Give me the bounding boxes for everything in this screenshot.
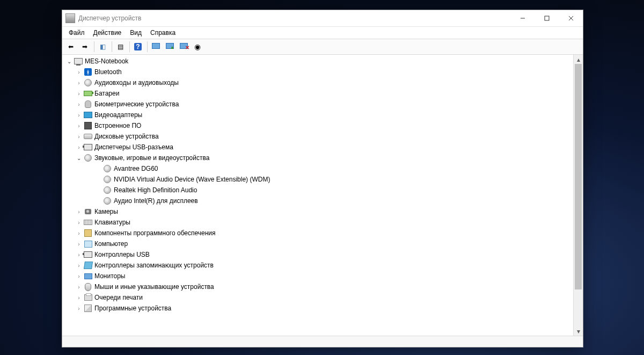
tree-expander[interactable]: › [75,251,83,258]
tree-node-cat-7[interactable]: ›Диспетчеры USB-разъема [65,142,573,153]
scroll-thumb[interactable] [575,64,582,289]
titlebar[interactable]: Диспетчер устройств [62,10,583,27]
tree-expander[interactable]: › [75,111,83,119]
menu-view[interactable]: Вид [126,28,146,38]
tree-node-cat-8-child-0[interactable]: Avantree DG60 [65,163,573,174]
menubar: Файл Действие Вид Справка [62,27,583,39]
tree-node-cat-13[interactable]: ›Контроллеры USB [65,249,573,260]
tree-no-expander [94,197,102,205]
speaker-icon [103,186,112,194]
menu-file[interactable]: Файл [64,28,89,38]
tree-expander[interactable]: › [75,79,83,86]
chevron-right-icon: › [78,112,79,118]
chevron-right-icon: › [78,263,79,269]
tree-node-label: Дисковые устройства [94,133,159,140]
tree-expander[interactable]: ⌄ [65,57,73,65]
tree-expander[interactable]: › [75,133,83,140]
toolbar-update-driver-button[interactable]: ▲ [163,40,176,53]
tree-expander[interactable]: › [75,219,83,226]
tree-node-cat-14[interactable]: ›Контроллеры запоминающих устройств [65,260,573,271]
tree-node-cat-8-child-2[interactable]: Realtek High Definition Audio [65,185,573,195]
tree-expander[interactable]: › [75,100,83,108]
chevron-right-icon: › [78,123,79,129]
tree-node-label: Клавиатуры [94,219,130,226]
scroll-down-button[interactable]: ▾ [574,327,583,336]
tree-node-cat-8-child-3[interactable]: Аудио Intel(R) для дисплеев [65,195,573,206]
tree-expander[interactable]: › [75,229,83,237]
chevron-right-icon: › [78,230,79,236]
usb-icon [84,143,92,151]
tree-expander[interactable]: › [75,90,83,97]
tree-node-label: Батареи [94,90,119,97]
tree-node-cat-1[interactable]: ›Аудиовходы и аудиовыходы [65,77,573,88]
chevron-right-icon: › [78,306,79,311]
tree-node-cat-4[interactable]: ›Видеоадаптеры [65,110,573,120]
chevron-right-icon: › [78,102,79,107]
tree-expander[interactable]: › [75,122,83,129]
maximize-button[interactable] [535,10,559,26]
svg-rect-1 [545,16,549,20]
tree-node-cat-0[interactable]: ›ᚼBluetooth [65,67,573,77]
toolbar-disable-button[interactable]: ◉ [191,40,204,53]
menu-help[interactable]: Справка [146,28,180,38]
tree-node-cat-15[interactable]: ›Мониторы [65,271,573,281]
tree-node-cat-2[interactable]: ›Батареи [65,88,573,99]
toolbar-uninstall-button[interactable]: ✕ [177,40,190,53]
tree-expander[interactable]: › [75,283,83,291]
content-area: ⌄MES-Notebook›ᚼBluetooth›Аудиовходы и ау… [62,55,583,336]
toolbar-help-button[interactable]: ? [131,40,144,53]
chevron-right-icon: › [78,252,79,258]
window-title: Диспетчер устройств [78,15,141,22]
minimize-button[interactable] [510,10,535,26]
tree-expander[interactable]: › [75,262,83,269]
tree-node-label: Аудио Intel(R) для дисплеев [114,197,198,205]
tree-expander[interactable]: › [75,272,83,280]
tree-node-label: Контроллеры запоминающих устройств [94,262,214,269]
tree-node-cat-10[interactable]: ›Клавиатуры [65,217,573,228]
tree-expander[interactable]: › [75,68,83,76]
tree-expander[interactable]: › [75,305,83,312]
tree-node-root[interactable]: ⌄MES-Notebook [65,56,573,67]
tree-expander[interactable]: › [75,240,83,248]
swdev-icon [84,304,92,313]
minimize-icon [520,16,525,21]
tree-node-label: Компьютер [94,240,128,248]
tree-node-cat-5[interactable]: ›Встроенное ПО [65,120,573,131]
tree-expander[interactable]: › [75,143,83,151]
tree-node-cat-17[interactable]: ›Очереди печати [65,292,573,303]
tree-node-cat-18[interactable]: ›Программные устройства [65,303,573,314]
tree-expander[interactable]: › [75,208,83,215]
toolbar-properties-button[interactable]: ▤ [114,40,127,53]
forward-arrow-icon: ➡ [82,44,87,50]
scroll-up-button[interactable]: ▴ [574,55,583,64]
chevron-down-icon: ⌄ [77,155,81,161]
tree-expander[interactable]: ⌄ [75,154,83,162]
tree-expander[interactable]: › [75,294,83,301]
toolbar-show-hide-tree-button[interactable]: ◧ [96,40,109,53]
kbd-icon [84,218,92,227]
toolbar-back-button[interactable]: ⬅ [64,40,77,53]
help-icon: ? [134,43,142,50]
tree-node-label: Программные устройства [94,305,171,312]
tree-node-cat-8[interactable]: ⌄Звуковые, игровые и видеоустройства [65,153,573,163]
tree-node-cat-12[interactable]: ›Компьютер [65,238,573,249]
toolbar-forward-button[interactable]: ➡ [78,40,91,53]
speaker-icon [103,164,112,173]
tree-node-label: Bluetooth [94,68,122,76]
tree-node-cat-6[interactable]: ›Дисковые устройства [65,131,573,142]
tree-node-cat-11[interactable]: ›Компоненты программного обеспечения [65,228,573,238]
menu-action[interactable]: Действие [89,28,126,38]
tree-node-cat-8-child-1[interactable]: NVIDIA Virtual Audio Device (Wave Extens… [65,174,573,185]
tree-node-cat-16[interactable]: ›Мыши и иные указывающие устройства [65,281,573,292]
close-button[interactable] [559,10,583,26]
tree-node-cat-3[interactable]: ›Биометрические устройства [65,99,573,110]
tree-node-label: Мыши и иные указывающие устройства [94,283,214,291]
tree-node-cat-9[interactable]: ›Камеры [65,206,573,217]
toolbar-scan-hardware-button[interactable] [149,40,162,53]
swbox-icon [84,229,92,237]
toolbar-separator [147,41,148,52]
properties-icon: ▤ [118,44,123,50]
device-tree[interactable]: ⌄MES-Notebook›ᚼBluetooth›Аудиовходы и ау… [62,55,573,336]
vertical-scrollbar[interactable]: ▴ ▾ [573,55,583,336]
tree-node-label: Avantree DG60 [114,165,158,172]
